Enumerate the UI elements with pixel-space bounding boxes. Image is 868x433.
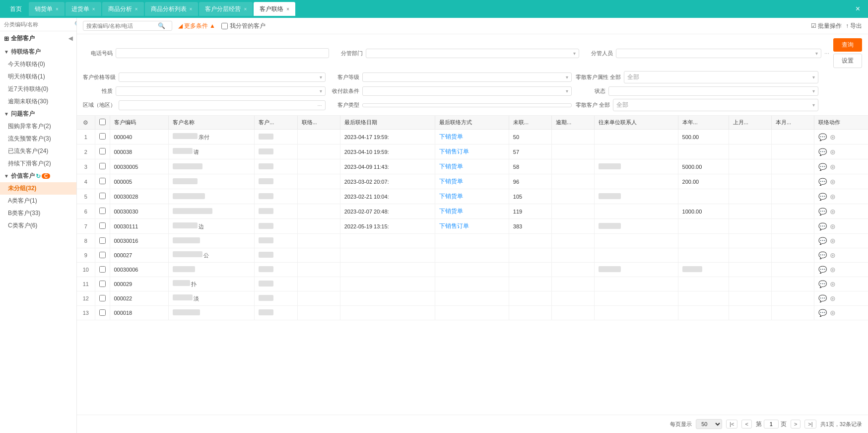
last-contact-method[interactable]: 下销货单 [435, 189, 509, 204]
dept-select[interactable]: ▾ [366, 49, 579, 58]
last-page-button[interactable]: >| [804, 420, 816, 429]
row-check[interactable] [95, 219, 110, 234]
nav-tab-home[interactable]: 首页 [4, 2, 28, 16]
row-checkbox[interactable] [99, 222, 106, 229]
search-icon[interactable]: 🔍 [158, 22, 165, 29]
method-link[interactable]: 下销售订单 [439, 222, 469, 229]
action-buttons[interactable]: 💬 ⊛ [814, 248, 868, 263]
prev-page-button[interactable]: < [741, 420, 751, 429]
grid-action-icon[interactable]: ⊛ [830, 133, 836, 141]
method-link[interactable]: 下销货单 [439, 163, 463, 170]
grid-action-icon[interactable]: ⊛ [830, 280, 836, 288]
close-icon[interactable]: × [92, 6, 95, 12]
sidebar-item-tomorrow[interactable]: 明天待联络(1) [0, 71, 76, 83]
message-icon[interactable]: 💬 [818, 280, 827, 288]
grid-action-icon[interactable]: ⊛ [830, 266, 836, 274]
action-buttons[interactable]: 💬 ⊛ [814, 204, 868, 219]
row-check[interactable] [95, 291, 110, 306]
sparse-customer-select[interactable]: 全部 ▾ [613, 99, 818, 111]
export-button[interactable]: ↑ 导出 [846, 22, 862, 30]
pending-contact-group[interactable]: ▼ 待联络客户 [0, 46, 76, 58]
message-icon[interactable]: 💬 [818, 163, 827, 171]
person-select[interactable]: ▾ [616, 49, 821, 58]
nav-tab-product-list[interactable]: 商品分析列表 × [145, 2, 199, 16]
action-buttons[interactable]: 💬 ⊛ [814, 159, 868, 174]
price-level-select[interactable]: ▾ [119, 72, 326, 82]
sparse-attr-select[interactable]: 全部 ▾ [624, 71, 818, 83]
message-icon[interactable]: 💬 [818, 309, 827, 317]
action-buttons[interactable]: 💬 ⊛ [814, 234, 868, 248]
action-buttons[interactable]: 💬 ⊛ [814, 291, 868, 306]
query-button[interactable]: 查询 [833, 38, 862, 52]
action-buttons[interactable]: 💬 ⊛ [814, 277, 868, 291]
message-icon[interactable]: 💬 [818, 133, 827, 141]
sidebar-item-churn-warning[interactable]: 流失预警客户(3) [0, 133, 76, 145]
message-icon[interactable]: 💬 [818, 222, 827, 230]
message-icon[interactable]: 💬 [818, 251, 827, 259]
ellipsis-icon[interactable]: ··· [824, 50, 829, 57]
sidebar-item-ungroup[interactable]: 未分组(32) [0, 182, 76, 195]
message-icon[interactable]: 💬 [818, 148, 827, 156]
th-check[interactable] [95, 116, 110, 130]
sidebar-search-input[interactable] [4, 21, 72, 27]
nav-tab-customer-layer[interactable]: 客户分层经营 × [199, 2, 253, 16]
row-check[interactable] [95, 174, 110, 189]
problem-customers-group[interactable]: ▼ 问题客户 [0, 108, 76, 120]
row-checkbox[interactable] [99, 237, 106, 244]
row-checkbox[interactable] [99, 309, 106, 316]
method-link[interactable]: 下销货单 [439, 193, 463, 200]
grid-action-icon[interactable]: ⊛ [830, 251, 836, 259]
row-checkbox[interactable] [99, 266, 106, 273]
row-checkbox[interactable] [99, 133, 106, 140]
grid-action-icon[interactable]: ⊛ [830, 309, 836, 317]
row-checkbox[interactable] [99, 163, 106, 169]
grid-action-icon[interactable]: ⊛ [830, 294, 836, 302]
action-buttons[interactable]: 💬 ⊛ [814, 144, 868, 159]
action-buttons[interactable]: 💬 ⊛ [814, 174, 868, 189]
last-contact-method[interactable]: 下销货单 [435, 204, 509, 219]
sidebar-item-7days[interactable]: 近7天待联络(0) [0, 83, 76, 95]
settings-icon[interactable]: ⚙ [83, 119, 88, 126]
sidebar-item-declining[interactable]: 持续下滑客户(2) [0, 157, 76, 170]
row-checkbox[interactable] [99, 148, 106, 154]
close-all-button[interactable]: × [852, 4, 864, 13]
method-link[interactable]: 下销货单 [439, 178, 463, 185]
row-check[interactable] [95, 234, 110, 248]
row-check[interactable] [95, 204, 110, 219]
sidebar-item-abnormal[interactable]: 囤购异常客户(2) [0, 120, 76, 133]
grid-action-icon[interactable]: ⊛ [830, 178, 836, 186]
row-checkbox[interactable] [99, 252, 106, 258]
action-buttons[interactable]: 💬 ⊛ [814, 219, 868, 234]
last-contact-method[interactable]: 下销货单 [435, 130, 509, 144]
action-buttons[interactable]: 💬 ⊛ [814, 189, 868, 204]
row-check[interactable] [95, 189, 110, 204]
grid-action-icon[interactable]: ⊛ [830, 193, 836, 201]
collapse-icon[interactable]: ◀ [68, 35, 72, 42]
nav-tab-customer-contact[interactable]: 客户联络 × [254, 2, 295, 16]
customer-type-select[interactable] [362, 103, 572, 107]
refresh-icon[interactable]: ↻ [36, 173, 41, 180]
row-check[interactable] [95, 130, 110, 144]
status-select[interactable]: ▾ [608, 86, 818, 96]
close-icon[interactable]: × [56, 6, 59, 12]
nav-tab-sales[interactable]: 销货单 × [29, 2, 65, 16]
sidebar-item-overdue[interactable]: 逾期未联络(30) [0, 95, 76, 108]
th-settings[interactable]: ⚙ [77, 116, 95, 130]
action-buttons[interactable]: 💬 ⊛ [814, 130, 868, 144]
sidebar-item-today[interactable]: 今天待联络(0) [0, 58, 76, 71]
first-page-button[interactable]: |< [726, 420, 737, 429]
phone-input[interactable] [116, 48, 329, 58]
method-link[interactable]: 下销售订单 [439, 148, 469, 155]
nav-tab-product-analysis[interactable]: 商品分析 × [102, 2, 144, 16]
nav-tab-purchase[interactable]: 进货单 × [66, 2, 101, 16]
last-contact-method[interactable]: 下销售订单 [435, 219, 509, 234]
last-contact-method[interactable] [435, 291, 509, 306]
grid-action-icon[interactable]: ⊛ [830, 163, 836, 171]
reset-button[interactable]: 设置 [833, 54, 862, 68]
row-check[interactable] [95, 263, 110, 277]
message-icon[interactable]: 💬 [818, 294, 827, 302]
close-icon[interactable]: × [135, 6, 138, 12]
row-checkbox[interactable] [99, 295, 106, 301]
row-checkbox[interactable] [99, 178, 106, 184]
method-link[interactable]: 下销货单 [439, 133, 463, 140]
